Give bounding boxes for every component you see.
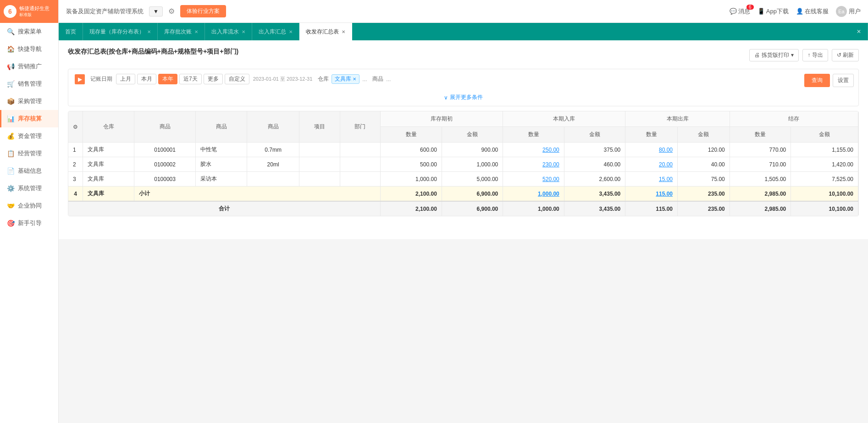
warehouse-more[interactable]: ... — [362, 76, 367, 82]
system-icon: ⚙️ — [7, 185, 14, 192]
messages-button[interactable]: 💬 消息 6 — [730, 7, 750, 16]
system-name: 装备及固定资产辅助管理系统 — [66, 7, 144, 16]
sidebar-item-label: 销售管理 — [18, 80, 42, 88]
print-icon: 🖨 — [754, 52, 760, 58]
refresh-icon: ↺ — [837, 52, 841, 58]
sidebar-item-corp-collab[interactable]: 🤝企业协同 — [0, 197, 58, 214]
tab-5[interactable]: 收发存汇总表✕ — [299, 23, 352, 40]
sidebar-item-sales[interactable]: 🛒销售管理 — [0, 75, 58, 93]
col-in-amt: 金额 — [564, 127, 625, 143]
filter-bar: ▶ 记账日期 上月 本月 本年 近7天 更多 自定义 2023-01-01 至 … — [68, 69, 859, 106]
col-opening-amt: 金额 — [442, 127, 503, 143]
print-button[interactable]: 🖨 拣货版打印 ▾ — [749, 49, 799, 61]
chevron-down-icon: ∨ — [444, 94, 448, 101]
tabs-bar: 首页现存量（库存分布表）✕库存批次账✕出入库流水✕出入库汇总✕收发存汇总表✕✕ — [59, 23, 868, 40]
logo-subtitle: 标准版 — [19, 12, 50, 18]
commodity-label: 商品 — [372, 75, 383, 83]
col-balance-amt: 金额 — [791, 127, 858, 143]
refresh-button[interactable]: ↺ 刷新 — [832, 49, 859, 61]
commodity-more[interactable]: ... — [386, 76, 391, 82]
tab-2[interactable]: 库存批次账✕ — [158, 23, 205, 40]
total-label: 合计 — [68, 201, 381, 216]
tab-close-2[interactable]: ✕ — [194, 29, 198, 34]
total-opening-amt: 6,900.00 — [442, 201, 503, 216]
col-group-balance: 结存 — [730, 111, 858, 127]
query-button[interactable]: 查询 — [804, 74, 830, 87]
sidebar-item-system[interactable]: ⚙️系统管理 — [0, 180, 58, 197]
tab-panel-close[interactable]: ✕ — [850, 23, 868, 40]
date-btn-this-year[interactable]: 本年 — [158, 74, 177, 84]
tab-3[interactable]: 出入库流水✕ — [205, 23, 252, 40]
purchase-icon: 📦 — [7, 98, 14, 105]
filter-collapse-button[interactable]: ▶ — [75, 74, 85, 84]
col-group-out: 本期出库 — [625, 111, 730, 127]
filter-settings-button[interactable]: 设置 — [833, 74, 854, 87]
chevron-down-icon: ▾ — [791, 52, 794, 58]
logo-icon: 6 — [4, 5, 17, 18]
sidebar-item-marketing-promo[interactable]: 📢营销推广 — [0, 58, 58, 75]
settings-icon[interactable]: ⚙ — [168, 7, 175, 16]
col-project: 项目 — [299, 111, 340, 143]
sidebar-item-label: 营销推广 — [18, 62, 42, 71]
user-menu[interactable]: Ea 用户 — [836, 6, 861, 17]
sidebar-item-beginner[interactable]: 🎯新手引导 — [0, 214, 58, 232]
col-balance-qty: 数量 — [730, 127, 791, 143]
tab-0[interactable]: 首页 — [59, 23, 83, 40]
corp-collab-icon: 🤝 — [7, 202, 14, 209]
system-dropdown[interactable]: ▼ — [149, 6, 163, 16]
app-download-button[interactable]: 📱 App下载 — [757, 7, 789, 16]
date-btn-last-month[interactable]: 上月 — [116, 74, 135, 84]
sidebar-item-label: 企业协同 — [18, 202, 42, 210]
col-code: 商品 — [134, 111, 195, 143]
export-icon: ↑ — [807, 52, 810, 58]
date-range-display: 2023-01-01 至 2023-12-31 — [253, 76, 313, 82]
sidebar: 6 畅捷通好生意 标准版 🔍搜索菜单🏠快捷导航📢营销推广🛒销售管理📦采购管理📊库… — [0, 0, 59, 423]
date-btn-this-month[interactable]: 本月 — [137, 74, 156, 84]
tab-1[interactable]: 现存量（库存分布表）✕ — [83, 23, 158, 40]
sidebar-item-search[interactable]: 🔍搜索菜单 — [0, 23, 58, 40]
sidebar-item-finance[interactable]: 💰资金管理 — [0, 127, 58, 145]
col-spec: 商品 — [247, 111, 299, 143]
total-in-amt: 3,435.00 — [564, 201, 625, 216]
export-button[interactable]: ↑ 导出 — [802, 49, 828, 61]
sidebar-item-basic-info[interactable]: 📄基础信息 — [0, 162, 58, 180]
main-content: 收发存汇总表(按仓库+商品编码+商品+规格型号+项目+部门) 🖨 拣货版打印 ▾… — [59, 40, 868, 423]
table-row: 2 文具库 0100002 胶水 20ml 500.00 1,000.00 23… — [68, 157, 858, 172]
sidebar-item-quick-nav[interactable]: 🏠快捷导航 — [0, 40, 58, 58]
tab-label-5: 收发存汇总表 — [306, 28, 339, 36]
date-btn-custom[interactable]: 自定义 — [225, 74, 249, 84]
date-label: 记账日期 — [90, 75, 112, 83]
tab-4[interactable]: 出入库汇总✕ — [252, 23, 299, 40]
total-row: 合计 2,100.00 6,900.00 1,000.00 3,435.00 1… — [68, 201, 858, 216]
col-group-opening: 库存期初 — [381, 111, 503, 127]
col-name: 商品 — [195, 111, 247, 143]
trial-button[interactable]: 体验行业方案 — [180, 5, 226, 17]
table-settings-icon[interactable]: ⚙ — [68, 111, 83, 143]
expand-more-button[interactable]: ∨ 展开更多条件 — [75, 93, 852, 101]
tab-label-3: 出入库流水 — [211, 28, 239, 36]
tab-label-1: 现存量（库存分布表） — [89, 28, 144, 36]
tab-close-3[interactable]: ✕ — [242, 29, 245, 34]
sidebar-item-label: 经营管理 — [18, 149, 42, 158]
tab-close-1[interactable]: ✕ — [147, 29, 151, 34]
sidebar-item-inventory[interactable]: 📊库存核算 — [0, 110, 58, 127]
sidebar-item-operations[interactable]: 📋经营管理 — [0, 145, 58, 162]
col-opening-qty: 数量 — [381, 127, 442, 143]
col-group-in: 本期入库 — [503, 111, 625, 127]
tab-label-0: 首页 — [65, 28, 76, 36]
date-btn-more[interactable]: 更多 — [204, 74, 223, 84]
warehouse-tag-close[interactable]: ✕ — [353, 77, 356, 82]
tab-label-2: 库存批次账 — [164, 28, 192, 36]
col-out-qty: 数量 — [625, 127, 678, 143]
sidebar-item-purchase[interactable]: 📦采购管理 — [0, 93, 58, 110]
tab-close-4[interactable]: ✕ — [289, 29, 293, 34]
total-in-qty: 1,000.00 — [503, 201, 564, 216]
tab-close-5[interactable]: ✕ — [342, 29, 345, 34]
sidebar-menu: 🔍搜索菜单🏠快捷导航📢营销推广🛒销售管理📦采购管理📊库存核算💰资金管理📋经营管理… — [0, 23, 58, 423]
messages-badge: 6 — [746, 5, 754, 10]
date-btn-7days[interactable]: 近7天 — [179, 74, 202, 84]
header: 装备及固定资产辅助管理系统 ▼ ⚙ 体验行业方案 💬 消息 6 📱 App下载 … — [59, 0, 868, 23]
warehouse-tag[interactable]: 文具库 ✕ — [332, 74, 359, 84]
online-service-button[interactable]: 👤 在线客服 — [796, 7, 829, 16]
quick-nav-icon: 🏠 — [7, 45, 14, 53]
